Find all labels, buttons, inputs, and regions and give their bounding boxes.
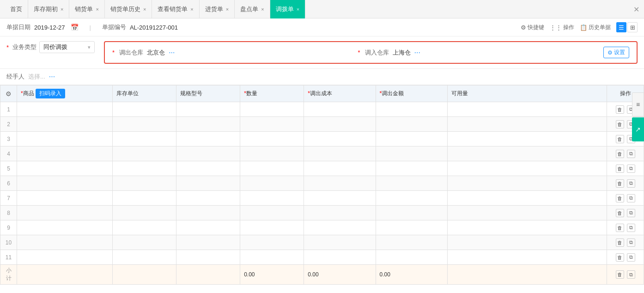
unit-cell[interactable] (113, 220, 176, 235)
amount-cell[interactable] (376, 117, 447, 132)
ops-btn[interactable]: ⋮⋮ 操作 (550, 24, 574, 31)
unit-cell[interactable] (113, 235, 176, 250)
grid-view-icon[interactable]: ⊞ (627, 22, 638, 32)
available-cell[interactable] (447, 220, 607, 235)
tab-transfer[interactable]: 调拨单 × (270, 0, 305, 18)
qty-cell[interactable] (240, 146, 304, 161)
tab-inventory[interactable]: 盘点单 × (235, 0, 270, 18)
amount-cell[interactable] (376, 206, 447, 220)
available-cell[interactable] (447, 132, 607, 146)
qty-cell[interactable] (240, 117, 304, 132)
qty-cell[interactable] (240, 250, 304, 265)
goods-cell[interactable] (17, 220, 113, 235)
unit-cell[interactable] (113, 176, 176, 191)
scan-btn[interactable]: 扫码录入 (36, 89, 65, 98)
tab-view-sales[interactable]: 查看销货单 × (152, 0, 199, 18)
cost-cell[interactable] (304, 161, 376, 176)
cost-cell[interactable] (304, 250, 376, 265)
unit-cell[interactable] (113, 161, 176, 176)
settings-btn[interactable]: ⚙ 设置 (603, 47, 629, 58)
available-cell[interactable] (447, 161, 607, 176)
float-list-btn[interactable]: ≡ (632, 92, 644, 116)
spec-cell[interactable] (176, 235, 240, 250)
delete-icon[interactable]: 🗑 (616, 238, 624, 247)
tab-close-transfer[interactable]: × (297, 6, 299, 12)
goods-cell[interactable] (17, 176, 113, 191)
settings-col-header[interactable]: ⚙ (0, 85, 17, 102)
copy-icon[interactable]: ⧉ (627, 253, 635, 262)
goods-cell[interactable] (17, 117, 113, 132)
amount-cell[interactable] (376, 102, 447, 117)
table-gear-icon[interactable]: ⚙ (6, 90, 12, 98)
tab-close-view-sales[interactable]: × (190, 6, 193, 12)
delete-icon[interactable]: 🗑 (616, 194, 624, 202)
delete-icon[interactable]: 🗑 (616, 179, 624, 188)
copy-icon[interactable]: ⧉ (627, 194, 635, 202)
delete-icon[interactable]: 🗑 (616, 135, 624, 143)
list-view-icon[interactable]: ☰ (616, 22, 626, 32)
qty-cell[interactable] (240, 132, 304, 146)
spec-cell[interactable] (176, 206, 240, 220)
shortcut-btn[interactable]: ⚙ 快捷键 (521, 24, 544, 31)
available-cell[interactable] (447, 235, 607, 250)
tab-close-sales-history[interactable]: × (143, 6, 146, 12)
cost-cell[interactable] (304, 191, 376, 206)
qty-cell[interactable] (240, 220, 304, 235)
goods-cell[interactable] (17, 250, 113, 265)
delete-icon[interactable]: 🗑 (616, 224, 624, 232)
goods-cell[interactable] (17, 191, 113, 206)
amount-cell[interactable] (376, 235, 447, 250)
available-cell[interactable] (447, 206, 607, 220)
qty-cell[interactable] (240, 161, 304, 176)
cost-cell[interactable] (304, 176, 376, 191)
tab-close-purchase[interactable]: × (226, 6, 229, 12)
cost-cell[interactable] (304, 235, 376, 250)
delete-icon[interactable]: 🗑 (616, 209, 624, 217)
spec-cell[interactable] (176, 132, 240, 146)
delete-icon[interactable]: 🗑 (616, 253, 624, 262)
goods-cell[interactable] (17, 146, 113, 161)
copy-icon[interactable]: ⧉ (627, 238, 635, 247)
window-close-btn[interactable]: ✕ (633, 5, 639, 13)
spec-cell[interactable] (176, 220, 240, 235)
copy-icon[interactable]: ⧉ (627, 224, 635, 232)
amount-cell[interactable] (376, 250, 447, 265)
person-more-btn[interactable]: ··· (49, 73, 55, 81)
tab-purchase[interactable]: 进货单 × (200, 0, 235, 18)
unit-cell[interactable] (113, 146, 176, 161)
qty-cell[interactable] (240, 235, 304, 250)
spec-cell[interactable] (176, 117, 240, 132)
in-warehouse-more-btn[interactable]: ··· (414, 49, 420, 57)
spec-cell[interactable] (176, 176, 240, 191)
unit-cell[interactable] (113, 191, 176, 206)
qty-cell[interactable] (240, 191, 304, 206)
delete-icon[interactable]: 🗑 (616, 105, 624, 114)
tab-sales[interactable]: 销货单 × (69, 0, 104, 18)
goods-cell[interactable] (17, 235, 113, 250)
cost-cell[interactable] (304, 132, 376, 146)
float-export-btn[interactable]: ↗ (632, 117, 644, 141)
available-cell[interactable] (447, 176, 607, 191)
delete-icon[interactable]: 🗑 (616, 120, 624, 128)
tab-stock-init[interactable]: 库存期初 × (28, 0, 69, 18)
qty-cell[interactable] (240, 102, 304, 117)
copy-icon[interactable]: ⧉ (627, 179, 635, 188)
amount-cell[interactable] (376, 146, 447, 161)
goods-cell[interactable] (17, 132, 113, 146)
tab-close-inventory[interactable]: × (261, 6, 264, 12)
subtotal-copy-icon[interactable]: ⧉ (627, 270, 635, 279)
qty-cell[interactable] (240, 206, 304, 220)
amount-cell[interactable] (376, 191, 447, 206)
goods-cell[interactable] (17, 161, 113, 176)
out-warehouse-more-btn[interactable]: ··· (169, 49, 175, 57)
unit-cell[interactable] (113, 206, 176, 220)
unit-cell[interactable] (113, 117, 176, 132)
copy-icon[interactable]: ⧉ (627, 150, 635, 158)
delete-icon[interactable]: 🗑 (616, 165, 624, 173)
unit-cell[interactable] (113, 132, 176, 146)
available-cell[interactable] (447, 117, 607, 132)
qty-cell[interactable] (240, 176, 304, 191)
amount-cell[interactable] (376, 161, 447, 176)
spec-cell[interactable] (176, 102, 240, 117)
amount-cell[interactable] (376, 132, 447, 146)
